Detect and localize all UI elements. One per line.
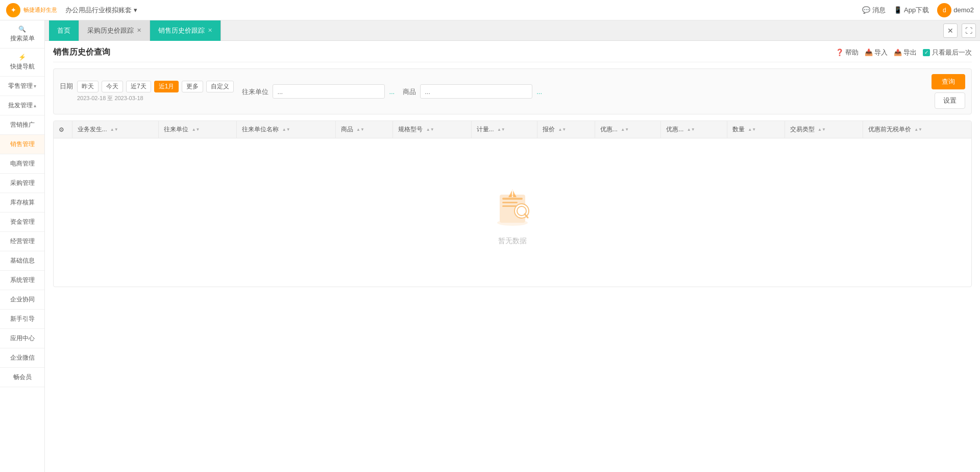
page-content: 销售历史价查询 ❓ 帮助 📥 导入 📤 导出 [45,41,980,472]
filter-actions: 查询 设置 [932,74,965,109]
sidebar-label-enterprise: 企业协同 [10,295,35,304]
th-trade-type[interactable]: 交易类型 ▲▼ [785,121,863,138]
sidebar-item-base-info[interactable]: 基础信息 [0,251,44,271]
th-partner-name[interactable]: 往来单位名称 ▲▼ [237,121,335,138]
user-area[interactable]: d demo2 [937,3,974,17]
svg-point-10 [512,196,513,197]
message-label: 消息 [872,6,886,15]
data-table: ⚙ 业务发生... ▲▼ 往来单位 ▲▼ 往来单位 [54,121,971,138]
sort-icon: ▲▼ [818,127,826,132]
tab-close-all-btn[interactable]: ✕ [943,23,958,38]
th-discount2[interactable]: 优惠... ▲▼ [661,121,727,138]
sidebar-item-operations[interactable]: 经营管理 [0,232,44,251]
partner-input[interactable] [273,84,385,99]
goods-label: 商品 [403,86,416,97]
tab-sales-close[interactable]: ✕ [208,28,212,33]
filter-last7[interactable]: 近7天 [126,81,151,92]
filter-last1m[interactable]: 近1月 [154,81,179,92]
goods-search-icon[interactable]: ... [536,88,542,96]
header-left: ✦ 畅捷通好生意 办公用品行业模拟账套 ▾ [6,3,141,17]
table-container: ⚙ 业务发生... ▲▼ 往来单位 ▲▼ 往来单位 [53,121,972,287]
th-quantity[interactable]: 数量 ▲▼ [727,121,785,138]
sort-icon: ▲▼ [687,127,695,132]
filter-buttons: 昨天 今天 近7天 近1月 更多 自定义 [77,81,234,92]
import-icon: 📥 [865,49,873,56]
sidebar-item-app-center[interactable]: 应用中心 [0,329,44,348]
top-header: ✦ 畅捷通好生意 办公用品行业模拟账套 ▾ 💬 消息 📱 App下载 d dem… [0,0,980,20]
sidebar-item-ecommerce[interactable]: 电商管理 [0,154,44,174]
sidebar-item-sales[interactable]: 销售管理 [0,135,44,154]
sidebar-item-finance[interactable]: 资金管理 [0,213,44,232]
sort-icon: ▲▼ [110,127,118,132]
app-selector[interactable]: 办公用品行业模拟账套 ▾ [61,4,141,17]
tab-purchase-history[interactable]: 采购历史价跟踪 ✕ [79,20,150,41]
sidebar-item-enterprise[interactable]: 企业协同 [0,290,44,310]
sidebar-item-search-menu[interactable]: 🔍 搜索菜单 [0,20,44,49]
th-biz-date[interactable]: 业务发生... ▲▼ [72,121,159,138]
svg-rect-2 [502,198,523,200]
page-title-actions: ❓ 帮助 📥 导入 📤 导出 ✓ 只看最后一 [836,48,972,57]
sidebar-label-operations: 经营管理 [10,237,35,246]
query-button[interactable]: 查询 [932,74,965,89]
goods-input[interactable] [420,84,532,99]
sidebar-item-system[interactable]: 系统管理 [0,271,44,290]
sidebar-item-retail[interactable]: 零售管理 ▾ [0,77,44,96]
sidebar-label-ecommerce: 电商管理 [10,159,35,168]
partner-search-icon[interactable]: ... [389,88,395,96]
chevron-down-icon: ▾ [134,6,137,14]
message-btn[interactable]: 💬 消息 [862,6,886,15]
search-icon: 🔍 [18,26,26,33]
th-partner-code[interactable]: 往来单位 ▲▼ [159,121,237,138]
th-price[interactable]: 报价 ▲▼ [537,121,595,138]
import-label: 导入 [874,48,888,57]
sort-icon: ▲▼ [497,127,505,132]
goods-filter-group: 商品 ... [403,84,542,99]
page-title-bar: 销售历史价查询 ❓ 帮助 📥 导入 📤 导出 [53,47,972,62]
partner-label: 往来单位 [242,86,268,97]
sidebar-item-wholesale[interactable]: 批发管理 ▴ [0,96,44,115]
th-goods[interactable]: 商品 ▲▼ [335,121,393,138]
th-spec[interactable]: 规格型号 ▲▼ [393,121,471,138]
th-gear[interactable]: ⚙ [54,121,72,138]
filter-today[interactable]: 今天 [102,81,123,92]
avatar: d [937,3,951,17]
export-btn[interactable]: 📤 导出 [894,48,917,57]
sidebar-label-wholesale: 批发管理 [8,101,33,110]
import-btn[interactable]: 📥 导入 [865,48,888,57]
only-last-checkbox[interactable]: ✓ 只看最后一次 [923,48,972,57]
sidebar-label-quick: 快捷导航 [10,62,35,71]
app-download-btn[interactable]: 📱 App下载 [894,6,929,15]
checkbox-icon: ✓ [923,49,930,56]
sidebar-label-system: 系统管理 [10,276,35,285]
sidebar-item-inventory[interactable]: 库存核算 [0,193,44,213]
sidebar-item-purchase[interactable]: 采购管理 [0,174,44,193]
th-discount1[interactable]: 优惠... ▲▼ [595,121,661,138]
sidebar-item-wechat[interactable]: 企业微信 [0,348,44,368]
help-btn[interactable]: ❓ 帮助 [836,48,859,57]
sidebar-item-guide[interactable]: 新手引导 [0,310,44,329]
sort-icon: ▲▼ [426,127,434,132]
tab-expand-btn[interactable]: ⛶ [962,23,976,38]
help-icon: ❓ [836,49,844,56]
tab-bar-actions: ✕ ⛶ [943,23,976,38]
th-pre-tax[interactable]: 优惠前无税单价 ▲▼ [863,121,971,138]
tab-sales-history[interactable]: 销售历史价跟踪 ✕ [150,20,221,41]
th-unit[interactable]: 计量... ▲▼ [471,121,537,138]
date-filter-group: 日期 昨天 今天 近7天 近1月 更多 自定义 2023-02-18 至 202… [60,81,234,102]
sidebar-item-marketing[interactable]: 营销推广 [0,115,44,135]
sidebar-item-quick-nav[interactable]: ⚡ 快捷导航 [0,49,44,77]
sidebar-item-membership[interactable]: 畅会员 [0,368,44,387]
tab-purchase-close[interactable]: ✕ [137,28,141,33]
filter-custom[interactable]: 自定义 [206,81,234,92]
filter-yesterday[interactable]: 昨天 [77,81,99,92]
message-icon: 💬 [862,6,870,14]
page-inner: 销售历史价查询 ❓ 帮助 📥 导入 📤 导出 [45,41,980,293]
tab-home[interactable]: 首页 [49,20,79,41]
sidebar-label-inventory: 库存核算 [10,198,35,207]
sort-icon: ▲▼ [914,127,922,132]
sidebar-label-search: 搜索菜单 [10,34,35,43]
filter-more[interactable]: 更多 [182,81,203,92]
settings-button[interactable]: 设置 [935,92,965,109]
sidebar-label-retail: 零售管理 [8,82,33,90]
nav-icon: ⚡ [18,54,26,61]
